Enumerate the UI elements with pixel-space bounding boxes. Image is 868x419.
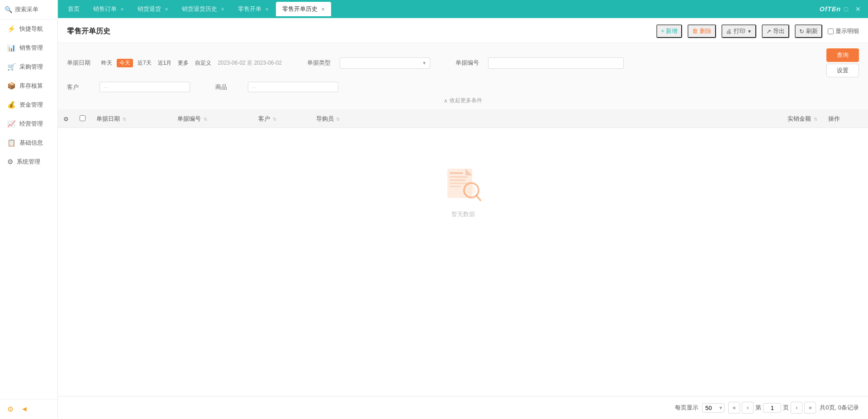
sys-mgmt-icon: ⚙ [7,158,13,166]
th-checkbox[interactable] [74,110,91,128]
first-page-button[interactable]: « [728,402,740,414]
guide-sort-icon: ⇅ [336,117,340,122]
tab-retail-open-close[interactable]: ✕ [265,7,269,12]
sidebar-item-label: 基础信息 [19,139,43,147]
doc-type-select-wrapper: ▼ [340,57,430,69]
tab-sales-return[interactable]: 销货退货 ✕ [131,2,175,16]
sidebar-item-basic-info[interactable]: 📋 基础信息 [0,133,57,152]
date-filter-label: 单据日期 [67,59,92,67]
export-icon: ↗ [766,28,771,35]
filter-row-2: 客户 ··· 商品 ··· [67,82,859,92]
th-amount-label: 实销金额 [787,115,811,122]
tab-retail-open-history-close[interactable]: ✕ [321,7,325,12]
page-nav: « ‹ 第 页 › » [728,402,816,414]
delete-button[interactable]: 🗑 删除 [688,24,716,38]
svg-rect-5 [450,186,461,187]
doc-number-input[interactable] [488,57,624,69]
sidebar-item-quick-nav[interactable]: ⚡ 快捷导航 [0,19,57,38]
th-guide[interactable]: 导购员 ⇅ [311,110,380,128]
add-button[interactable]: + 新增 [656,24,682,38]
sidebar-item-sales-mgmt[interactable]: 📊 销售管理 [0,38,57,57]
print-button[interactable]: 🖨 🖨 打印 打印 ▼ [721,24,756,38]
tab-retail-open[interactable]: 零售开单 ✕ [232,2,275,16]
th-amount[interactable]: 实销金额 ⇅ [742,110,823,128]
search-menu[interactable]: 🔍 搜索采单 [0,0,57,19]
collapse-icon: ∧ [444,98,448,104]
sidebar: 🔍 搜索采单 ⚡ 快捷导航 📊 销售管理 🛒 采购管理 📦 库存核算 💰 资金管… [0,0,58,419]
page-size-select[interactable]: 50 10 20 100 [702,403,725,413]
sidebar-item-sys-mgmt[interactable]: ⚙ 系统管理 [0,152,57,171]
doc-type-select[interactable] [340,57,430,69]
close-button[interactable]: ✕ [854,4,863,14]
tab-retail-open-history[interactable]: 零售开单历史 ✕ [276,2,331,16]
table-settings-icon[interactable]: ⚙ [63,116,69,122]
last1m-shortcut[interactable]: 近1月 [156,59,174,67]
page-input[interactable] [763,403,781,413]
tab-sales-order-close[interactable]: ✕ [120,7,124,12]
amount-sort-icon: ⇅ [814,117,817,122]
tab-sales-return-close[interactable]: ✕ [165,7,168,12]
date-shortcuts: 昨天 今天 近7天 近1月 更多 自定义 2023-06-02 至 2023-0… [100,59,282,67]
goods-input-wrapper[interactable]: ··· [248,82,338,92]
search-label: 搜索采单 [15,5,38,14]
more-shortcut[interactable]: 更多 [176,59,190,67]
th-date[interactable]: 单据日期 ⇅ [91,110,172,128]
th-number-label: 单据编号 [177,115,201,122]
th-customer[interactable]: 客户 ⇅ [253,110,310,128]
tab-sales-return-history[interactable]: 销货退货历史 ✕ [175,2,231,16]
filter-row-1: 单据日期 昨天 今天 近7天 近1月 更多 自定义 2023-06-02 至 2… [67,48,859,77]
th-settings[interactable]: ⚙ [58,110,74,128]
sidebar-item-label: 资金管理 [19,101,43,109]
customer-input-wrapper[interactable]: ··· [100,82,190,92]
sidebar-item-label: 经营管理 [19,120,43,128]
settings-footer-icon[interactable]: ⚙ [7,405,14,414]
brand: OfTEn [820,0,841,18]
today-shortcut[interactable]: 今天 [117,59,133,67]
last7-shortcut[interactable]: 近7天 [136,59,153,67]
export-button[interactable]: ↗ 导出 [762,24,789,38]
show-detail-checkbox[interactable] [828,28,834,34]
next-page-button[interactable]: › [791,402,802,414]
sidebar-item-label: 销售管理 [19,44,43,52]
select-all-checkbox[interactable] [80,115,85,121]
prev-page-button[interactable]: ‹ [742,402,754,414]
maximize-button[interactable]: □ [843,4,850,14]
empty-icon [441,164,486,205]
page-prefix: 第 [755,404,761,412]
sales-mgmt-icon: 📊 [7,44,16,52]
svg-rect-2 [450,176,468,178]
th-action-label: 操作 [828,115,840,122]
tab-sales-order-label: 销售订单 [93,5,117,13]
data-table: ⚙ 单据日期 ⇅ 单据编号 ⇅ [58,110,868,128]
customer-sort-icon: ⇅ [273,117,276,122]
tab-sales-return-history-close[interactable]: ✕ [221,7,224,12]
collapse-button[interactable]: ∧ 收起更多条件 [444,97,482,104]
customer-label: 客户 [67,83,92,91]
query-button[interactable]: 查询 [826,48,859,62]
th-spacer [380,110,742,128]
collapse-footer-icon[interactable]: ◄ [21,405,28,414]
th-customer-label: 客户 [258,115,270,122]
yesterday-shortcut[interactable]: 昨天 [100,59,114,67]
finance-icon: 💰 [7,101,16,109]
sidebar-item-finance[interactable]: 💰 资金管理 [0,95,57,114]
show-detail-checkbox-label[interactable]: 显示明细 [828,27,859,35]
th-action: 操作 [823,110,868,128]
tab-retail-open-history-label: 零售开单历史 [282,5,318,13]
tab-sales-order[interactable]: 销售订单 ✕ [87,2,130,16]
custom-shortcut[interactable]: 自定义 [193,59,213,67]
sidebar-item-purchase-mgmt[interactable]: 🛒 采购管理 [0,57,57,76]
sidebar-item-operations[interactable]: 📈 经营管理 [0,114,57,133]
collapse-row: ∧ 收起更多条件 [67,97,859,104]
tab-home[interactable]: 首页 [62,2,86,16]
print-icon: 🖨 [726,28,732,35]
th-number[interactable]: 单据编号 ⇅ [172,110,253,128]
goods-label: 商品 [215,83,241,91]
sidebar-item-inventory[interactable]: 📦 库存核算 [0,76,57,95]
filter-settings-button[interactable]: 设置 [826,64,859,77]
doc-type-label: 单据类型 [307,59,332,67]
print-chevron: ▼ [747,29,752,34]
last-page-button[interactable]: » [804,402,816,414]
collapse-label: 收起更多条件 [450,97,482,104]
refresh-button[interactable]: ↻ 刷新 [795,24,822,38]
